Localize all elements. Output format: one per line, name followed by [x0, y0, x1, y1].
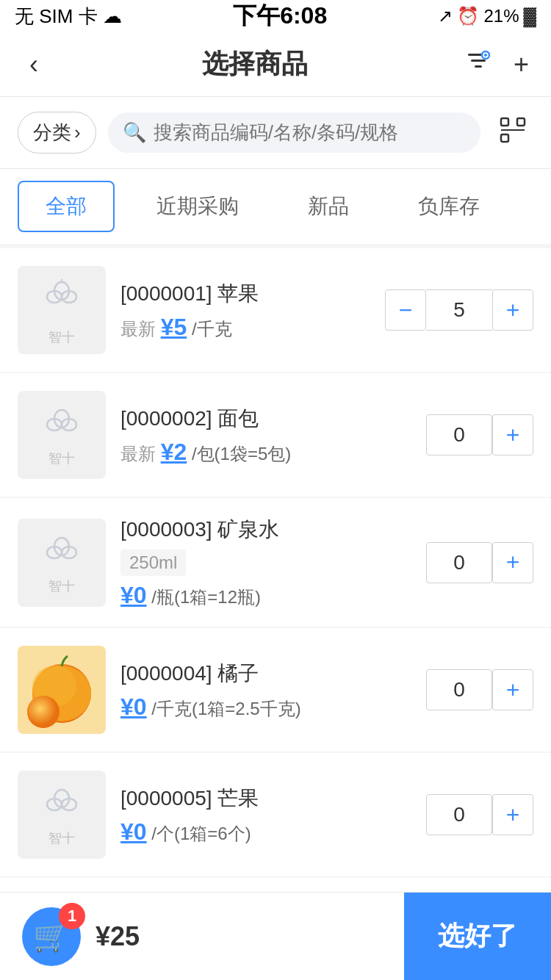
quantity-control: +: [426, 414, 533, 455]
price-label: 最新: [120, 319, 161, 339]
product-price: 最新 ¥2 /包(1袋=5包): [120, 439, 411, 466]
product-spec: 250ml: [120, 550, 186, 576]
increase-button[interactable]: +: [492, 289, 533, 331]
quantity-input[interactable]: [426, 414, 492, 455]
decrease-button[interactable]: −: [385, 289, 426, 331]
quantity-input[interactable]: [426, 289, 492, 331]
product-thumbnail: 智十: [18, 519, 106, 607]
product-name: [0000005] 芒果: [120, 785, 411, 813]
product-price: ¥0 /瓶(1箱=12瓶): [120, 582, 411, 609]
confirm-label: 选好了: [438, 918, 517, 954]
price-value: ¥5: [161, 314, 187, 340]
search-box: 🔍: [108, 112, 480, 153]
product-name: [0000004] 橘子: [120, 660, 411, 688]
svg-rect-8: [501, 134, 508, 142]
product-info: [0000002] 面包 最新 ¥2 /包(1袋=5包): [120, 405, 411, 466]
alarm-icon: ⏰: [457, 6, 479, 26]
quantity-control: +: [426, 542, 533, 583]
quantity-input[interactable]: [426, 794, 492, 835]
product-name: [0000001] 苹果: [120, 280, 370, 308]
search-input[interactable]: [154, 121, 466, 144]
search-icon: 🔍: [123, 121, 146, 144]
list-item: 智十 [0000001] 苹果 最新 ¥5 /千克 − +: [0, 248, 551, 372]
list-item: [0000004] 橘子 ¥0 /千克(1箱=2.5千克) +: [0, 628, 551, 752]
increase-button[interactable]: +: [492, 542, 533, 583]
brand-logo-icon: [40, 275, 84, 325]
battery-text: 21%: [483, 6, 519, 26]
product-info: [0000003] 矿泉水 250ml ¥0 /瓶(1箱=12瓶): [120, 516, 411, 609]
battery-icon: ▓: [524, 6, 537, 26]
status-carrier: 无 SIM 卡 ☁: [15, 4, 122, 29]
price-unit: /千克: [192, 319, 232, 339]
product-price: ¥0 /个(1箱=6个): [120, 818, 411, 846]
nav-bar: ‹ 选择商品 +: [0, 32, 551, 97]
quantity-control: +: [426, 794, 533, 835]
status-bar: 无 SIM 卡 ☁ 下午6:08 ↗ ⏰ 21% ▓: [0, 0, 551, 32]
quantity-input[interactable]: [426, 669, 492, 710]
brand-name: 智十: [48, 577, 75, 595]
price-unit: /包(1袋=5包): [192, 444, 291, 464]
back-button[interactable]: ‹: [22, 42, 46, 87]
product-list: 智十 [0000001] 苹果 最新 ¥5 /千克 − +: [0, 248, 551, 980]
product-thumbnail: 智十: [18, 266, 106, 354]
price-unit: /瓶(1箱=12瓶): [151, 587, 261, 607]
product-thumbnail: [18, 646, 106, 734]
price-value: ¥0: [120, 693, 147, 720]
product-price: ¥0 /千克(1箱=2.5千克): [120, 693, 411, 721]
svg-rect-7: [517, 118, 525, 126]
status-time: 下午6:08: [233, 0, 327, 32]
quantity-input[interactable]: [426, 542, 492, 583]
nav-actions: +: [465, 48, 529, 81]
increase-button[interactable]: +: [492, 669, 533, 710]
tab-negative-stock[interactable]: 负库存: [391, 181, 507, 231]
confirm-button[interactable]: 选好了: [404, 893, 551, 981]
status-right: ↗ ⏰ 21% ▓: [438, 6, 536, 26]
svg-rect-6: [501, 118, 508, 126]
quantity-control: − +: [385, 289, 533, 331]
cart-area: 🛒 1 ¥25: [0, 907, 404, 966]
list-item: 智十 [0000003] 矿泉水 250ml ¥0 /瓶(1箱=12瓶) +: [0, 498, 551, 627]
product-thumbnail: 智十: [18, 391, 106, 479]
list-item: 智十 [0000002] 面包 最新 ¥2 /包(1袋=5包) +: [0, 373, 551, 497]
product-name: [0000002] 面包: [120, 405, 411, 433]
product-thumbnail: 智十: [18, 771, 106, 859]
tab-recent-purchase[interactable]: 近期采购: [129, 181, 266, 231]
product-info: [0000005] 芒果 ¥0 /个(1箱=6个): [120, 785, 411, 846]
increase-button[interactable]: +: [492, 414, 533, 455]
price-label: 最新: [120, 444, 161, 464]
increase-button[interactable]: +: [492, 794, 533, 835]
list-item: 智十 [0000005] 芒果 ¥0 /个(1箱=6个) +: [0, 753, 551, 876]
brand-name: 智十: [48, 450, 75, 467]
price-value: ¥0: [120, 818, 147, 845]
price-value: ¥0: [120, 582, 147, 608]
svg-rect-2: [475, 65, 482, 68]
scan-icon[interactable]: [492, 112, 533, 154]
svg-point-25: [27, 696, 60, 728]
chevron-right-icon: ›: [74, 121, 81, 144]
tabs-bar: 全部 近期采购 新品 负库存: [0, 169, 551, 248]
location-icon: ↗: [438, 6, 453, 26]
quantity-control: +: [426, 669, 533, 710]
price-unit: /个(1箱=6个): [151, 824, 251, 843]
product-name: [0000003] 矿泉水: [120, 516, 411, 544]
brand-name: 智十: [48, 328, 75, 346]
tab-all[interactable]: 全部: [18, 181, 115, 232]
bottom-bar: 🛒 1 ¥25 选好了: [0, 892, 551, 980]
filter-icon[interactable]: [465, 48, 491, 81]
price-value: ¥2: [161, 439, 187, 465]
price-unit: /千克(1箱=2.5千克): [151, 699, 300, 718]
filter-bar: 分类 › 🔍: [0, 97, 551, 169]
page-title: 选择商品: [202, 46, 308, 82]
category-button[interactable]: 分类 ›: [18, 112, 96, 154]
tab-new[interactable]: 新品: [281, 181, 376, 231]
cart-total: ¥25: [96, 921, 140, 952]
add-button[interactable]: +: [514, 49, 529, 80]
category-label: 分类: [33, 120, 71, 145]
product-price: 最新 ¥5 /千克: [120, 314, 370, 341]
cart-badge: 1: [59, 903, 85, 929]
product-info: [0000004] 橘子 ¥0 /千克(1箱=2.5千克): [120, 660, 411, 721]
svg-rect-1: [471, 60, 486, 62]
cart-button[interactable]: 🛒 1: [22, 907, 81, 966]
product-info: [0000001] 苹果 最新 ¥5 /千克: [120, 280, 370, 341]
brand-name: 智十: [48, 829, 75, 847]
